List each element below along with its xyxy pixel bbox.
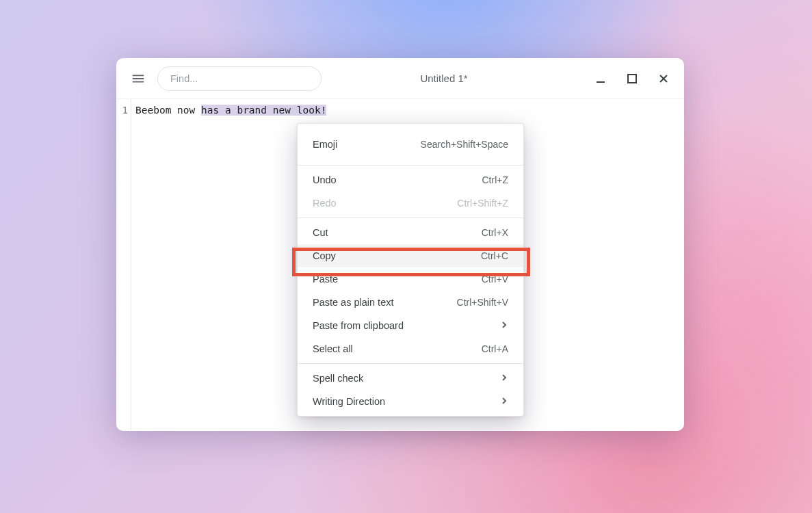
menu-item-shortcut: Search+Shift+Space bbox=[421, 139, 508, 150]
chevron-right-icon bbox=[500, 396, 508, 407]
menu-separator bbox=[298, 218, 523, 218]
find-field[interactable] bbox=[157, 66, 322, 91]
menu-item-undo[interactable]: Undo Ctrl+Z bbox=[298, 168, 523, 192]
menu-item-emoji[interactable]: Emoji Search+Shift+Space bbox=[298, 127, 523, 162]
hamburger-menu-icon[interactable] bbox=[126, 66, 150, 91]
find-input[interactable] bbox=[170, 73, 309, 84]
document-title: Untitled 1* bbox=[301, 73, 587, 84]
close-button[interactable] bbox=[657, 72, 670, 86]
titlebar: Untitled 1* bbox=[116, 58, 684, 99]
menu-item-redo: Redo Ctrl+Shift+Z bbox=[298, 192, 523, 215]
line-number-gutter: 1 bbox=[116, 99, 131, 431]
minimize-button[interactable] bbox=[594, 72, 607, 86]
chevron-right-icon bbox=[500, 373, 508, 384]
menu-item-shortcut: Ctrl+Shift+V bbox=[457, 297, 508, 308]
menu-item-cut[interactable]: Cut Ctrl+X bbox=[298, 221, 523, 244]
menu-item-spell-check[interactable]: Spell check bbox=[298, 367, 523, 390]
svg-rect-0 bbox=[628, 75, 636, 83]
menu-item-copy[interactable]: Copy Ctrl+C bbox=[298, 244, 523, 267]
menu-item-paste-as-plain-text[interactable]: Paste as plain text Ctrl+Shift+V bbox=[298, 291, 523, 314]
menu-separator bbox=[298, 165, 523, 166]
context-menu: Emoji Search+Shift+Space Undo Ctrl+Z Red… bbox=[297, 123, 524, 417]
menu-item-shortcut: Ctrl+X bbox=[482, 227, 508, 238]
menu-item-shortcut: Ctrl+Z bbox=[482, 174, 509, 185]
menu-item-label: Select all bbox=[313, 343, 353, 354]
menu-item-select-all[interactable]: Select all Ctrl+A bbox=[298, 337, 523, 360]
menu-item-shortcut: Ctrl+A bbox=[482, 343, 508, 354]
maximize-button[interactable] bbox=[625, 72, 639, 86]
menu-item-label: Paste as plain text bbox=[313, 297, 394, 308]
menu-item-paste[interactable]: Paste Ctrl+V bbox=[298, 267, 523, 291]
menu-item-label: Copy bbox=[313, 250, 336, 261]
menu-item-shortcut: Ctrl+V bbox=[482, 274, 508, 285]
menu-separator bbox=[298, 363, 523, 364]
menu-item-label: Paste bbox=[313, 274, 338, 285]
menu-item-paste-from-clipboard[interactable]: Paste from clipboard bbox=[298, 314, 523, 337]
chevron-right-icon bbox=[500, 320, 508, 331]
menu-item-label: Writing Direction bbox=[313, 396, 385, 407]
menu-item-shortcut: Ctrl+C bbox=[481, 250, 508, 261]
menu-item-label: Paste from clipboard bbox=[313, 320, 404, 331]
line-text: Beebom now bbox=[135, 105, 201, 116]
menu-item-label: Emoji bbox=[313, 139, 337, 150]
window-controls bbox=[594, 72, 670, 86]
menu-item-label: Redo bbox=[313, 198, 337, 209]
menu-item-label: Undo bbox=[313, 174, 337, 185]
menu-item-label: Spell check bbox=[313, 373, 363, 384]
menu-item-shortcut: Ctrl+Shift+Z bbox=[457, 198, 508, 209]
menu-item-label: Cut bbox=[313, 227, 328, 238]
line-number: 1 bbox=[116, 105, 128, 116]
selected-text: has a brand new look! bbox=[201, 105, 326, 116]
menu-item-writing-direction[interactable]: Writing Direction bbox=[298, 390, 523, 413]
